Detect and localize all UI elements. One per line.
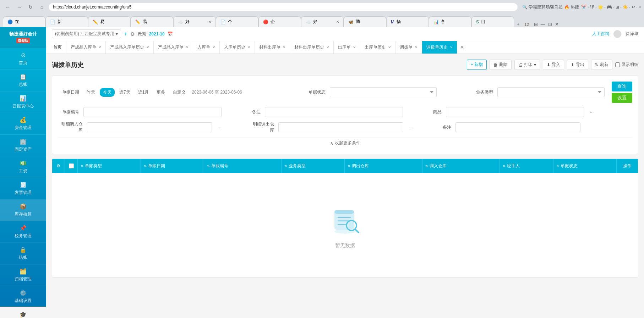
- import-btn[interactable]: ⬇ 导入: [543, 60, 564, 70]
- date-btn-7days[interactable]: 近7天: [116, 88, 133, 97]
- delete-btn[interactable]: 🗑 删除: [490, 60, 512, 70]
- sidebar-item-ledger[interactable]: 📋 总账: [0, 70, 46, 91]
- page-tab-1-close[interactable]: ✕: [98, 45, 101, 49]
- th-biz-type[interactable]: ⇅ 业务类型: [282, 159, 345, 173]
- sidebar-item-archive[interactable]: 🗂️ 归档管理: [0, 264, 46, 286]
- page-tab-6-close[interactable]: ✕: [283, 45, 285, 49]
- browser-tab-10[interactable]: M 畅: [386, 16, 429, 27]
- sidebar-item-invoice[interactable]: 🧾 发票管理: [0, 178, 46, 200]
- number-input[interactable]: [83, 107, 222, 117]
- tab-list-btn[interactable]: ⊟: [534, 22, 538, 27]
- sidebar-item-salary[interactable]: 💵 工资: [0, 156, 46, 178]
- support-link[interactable]: 人工咨询: [592, 31, 609, 37]
- sidebar-item-inventory[interactable]: 📦 库存核算: [0, 200, 46, 221]
- collapse-btn[interactable]: ∧ 收起更多条件: [58, 138, 632, 148]
- th-handler[interactable]: ⇅ 经手人: [500, 159, 553, 173]
- display-cols-checkbox[interactable]: [615, 62, 620, 67]
- page-tab-8[interactable]: 出库单 ✕: [334, 41, 360, 54]
- sidebar-item-home[interactable]: ⊙ 首页: [0, 48, 46, 70]
- page-tab-11-close[interactable]: ✕: [450, 45, 453, 49]
- out-wh-input[interactable]: [278, 122, 403, 132]
- page-tab-home[interactable]: 首页: [49, 41, 66, 54]
- sidebar-item-settings[interactable]: ⚙️ 基础设置: [0, 286, 46, 308]
- page-tab-9-close[interactable]: ✕: [388, 45, 391, 49]
- th-settings[interactable]: ⚙: [52, 159, 65, 173]
- sidebar-item-tax[interactable]: 📌 税务管理: [0, 221, 46, 243]
- sidebar-item-finance[interactable]: 💰 资金管理: [0, 113, 46, 135]
- new-tab-btn[interactable]: +: [517, 22, 520, 27]
- maximize-btn[interactable]: ⊡: [548, 22, 552, 27]
- page-tab-6[interactable]: 材料出库单 ✕: [255, 41, 290, 54]
- browser-tab-11[interactable]: 📊 各: [429, 16, 471, 27]
- page-tab-3[interactable]: 产成品入库单 ✕: [154, 41, 193, 54]
- select-all-checkbox[interactable]: [69, 163, 74, 168]
- browser-tab-1[interactable]: 🔵 在: [3, 16, 45, 27]
- page-tab-9[interactable]: 出库单历史 ✕: [360, 41, 395, 54]
- browser-tab-close-5[interactable]: ✕: [208, 20, 211, 24]
- th-checkbox[interactable]: [65, 159, 78, 173]
- browser-tab-9[interactable]: 🦋 腾: [344, 16, 386, 27]
- status-select[interactable]: [330, 87, 437, 97]
- remark-input[interactable]: [265, 107, 403, 117]
- goods-more-btn[interactable]: ···: [588, 110, 595, 115]
- page-tab-5[interactable]: 入库单历史 ✕: [220, 41, 255, 54]
- print-btn[interactable]: 🖨 打印 ▾: [514, 60, 540, 70]
- page-tab-4[interactable]: 入库单 ✕: [193, 41, 220, 54]
- browser-tab-3[interactable]: ✏️ 易: [88, 16, 131, 27]
- goods-input[interactable]: [446, 107, 584, 117]
- sidebar-item-closing[interactable]: 🔒 结账: [0, 243, 46, 264]
- close-btn[interactable]: ✕: [555, 22, 559, 27]
- calendar-icon[interactable]: 📅: [168, 32, 173, 37]
- display-cols-label[interactable]: 显示明细: [615, 62, 638, 68]
- date-btn-1month[interactable]: 近1月: [135, 88, 152, 97]
- query-btn[interactable]: 查询: [612, 82, 632, 91]
- th-date[interactable]: ⇅ 单账日期: [141, 159, 204, 173]
- sidebar-item-fixed[interactable]: 🏢 固定资产: [0, 135, 46, 156]
- browser-tab-2[interactable]: 📄 新: [45, 16, 88, 27]
- browser-tab-12[interactable]: S 目: [471, 16, 514, 27]
- add-org-btn[interactable]: +: [124, 31, 127, 37]
- reload-button[interactable]: ↻: [26, 2, 36, 12]
- in-wh-more-btn[interactable]: ···: [216, 125, 223, 130]
- page-tab-7-close[interactable]: ✕: [326, 45, 329, 49]
- export-btn[interactable]: ⬆ 导出: [567, 60, 588, 70]
- th-type[interactable]: ⇅ 单账类型: [78, 159, 141, 173]
- forward-button[interactable]: →: [14, 2, 24, 12]
- th-out-wh[interactable]: ⇅ 调出仓库: [345, 159, 422, 173]
- page-tab-1[interactable]: 产成品入库单 ✕: [66, 41, 106, 54]
- address-bar[interactable]: https://cloud.chanjet.com/accounting/uru…: [48, 3, 518, 11]
- page-tab-5-close[interactable]: ✕: [247, 45, 250, 49]
- date-btn-today[interactable]: 今天: [100, 88, 115, 97]
- user-name[interactable]: 徐泽华: [626, 31, 638, 37]
- page-tab-8-close[interactable]: ✕: [353, 45, 356, 49]
- date-btn-custom[interactable]: 自定义: [170, 88, 189, 97]
- new-btn[interactable]: + 新增: [467, 60, 487, 70]
- home-button[interactable]: ⌂: [37, 2, 47, 12]
- date-btn-yesterday[interactable]: 昨天: [83, 88, 98, 97]
- page-tab-3-close[interactable]: ✕: [186, 45, 189, 49]
- th-status[interactable]: ⇅ 单账状态: [553, 159, 617, 173]
- browser-tab-5[interactable]: ☁️ 好 ✕: [173, 16, 216, 27]
- settings-btn[interactable]: 设置: [612, 93, 632, 103]
- browser-tab-8[interactable]: ☁️ 好 ✕: [301, 16, 344, 27]
- browser-tab-close-8[interactable]: ✕: [336, 20, 339, 24]
- out-wh-more-btn[interactable]: ···: [408, 125, 414, 130]
- tab-bar-close[interactable]: ✕: [460, 45, 464, 50]
- org-selector[interactable]: (勿删勿禁用) 江西服宝测试专用 ▾: [52, 29, 121, 38]
- note-input[interactable]: [455, 122, 580, 132]
- in-wh-input[interactable]: [87, 122, 212, 132]
- biz-type-select[interactable]: [497, 87, 605, 97]
- page-tab-7[interactable]: 材料出库单历史 ✕: [290, 41, 334, 54]
- org-settings-btn[interactable]: ⚙: [130, 31, 135, 37]
- th-in-wh[interactable]: ⇅ 调入仓库: [422, 159, 500, 173]
- browser-tab-6[interactable]: 📄 个: [216, 16, 258, 27]
- browser-tab-4[interactable]: ✏️ 易: [131, 16, 173, 27]
- page-tab-4-close[interactable]: ✕: [212, 45, 215, 49]
- refresh-btn[interactable]: ↻ 刷新: [591, 60, 612, 70]
- date-btn-more[interactable]: 更多: [153, 88, 168, 97]
- page-tab-11[interactable]: 调拨单历史 ✕: [422, 41, 457, 54]
- minimize-btn[interactable]: —: [541, 22, 545, 27]
- th-number[interactable]: ⇅ 单账编号: [204, 159, 282, 173]
- sidebar-item-guide[interactable]: 🎓 新手引导: [0, 308, 46, 318]
- page-tab-10-close[interactable]: ✕: [415, 45, 417, 49]
